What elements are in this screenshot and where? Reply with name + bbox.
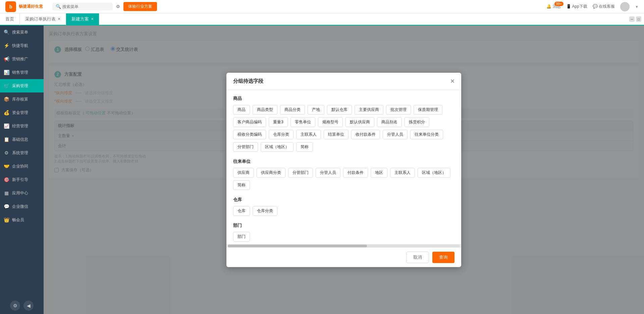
tag-product-24[interactable]: 简称 [296,142,313,152]
member-icon: 👑 [3,217,9,223]
maximize-btn[interactable]: □ [636,16,641,22]
tab-new-plan[interactable]: 新建方案 ✕ [66,13,99,25]
modal-horizontal-scrollbar[interactable] [226,244,461,247]
notification-area[interactable]: 🔔 99+ 消息 [546,4,560,9]
tag-product-3[interactable]: 产地 [308,105,324,115]
service-icon: 💬 [593,4,598,9]
tag-product-17[interactable]: 主联系人 [296,130,321,139]
tag-product-20[interactable]: 分管人员 [383,130,408,139]
section-department-tags: 部门 [233,232,454,242]
tag-partner-6[interactable]: 主联系人 [390,168,415,178]
tag-product-21[interactable]: 往来单位分类 [410,130,443,139]
tag-product-13[interactable]: 商品别名 [377,117,402,127]
online-service[interactable]: 💬 在线客服 [593,4,615,9]
tag-warehouse-0[interactable]: 仓库 [233,206,250,216]
modal: 分组待选字段 ✕ 商品 商品 商品类型 商品分类 产地 默认仓库 主要供应商 [226,73,461,267]
tag-product-10[interactable]: 零售单位 [290,117,315,127]
tag-product-2[interactable]: 商品分类 [280,105,305,115]
tab-purchase-order[interactable]: 采购订单执行表 ✕ [20,13,66,25]
sidebar-item-basic-info[interactable]: 📋 基础信息 [0,133,44,146]
download-icon: 📱 [566,4,571,9]
tag-product-8[interactable]: 客户商品编码 [233,117,266,127]
tag-product-1[interactable]: 商品类型 [253,105,277,115]
sidebar-item-finance[interactable]: 💰 资金管理 [0,106,44,119]
settings-bottom-icon[interactable]: ⚙ [10,301,20,311]
collapse-icon[interactable]: ◀ [23,301,34,311]
tag-product-15[interactable]: 税收分类编码 [233,130,266,139]
content-area: 采购订单执行表方案设置 1 选择模板 汇总表 交叉统计表 2 方案配置 汇总维度… [44,25,644,314]
tag-product-6[interactable]: 批次管理 [386,105,411,115]
tab-home[interactable]: 首页 [0,13,20,25]
section-product-tags: 商品 商品类型 商品分类 产地 默认仓库 主要供应商 批次管理 保质期管理 客户… [233,105,454,152]
tag-product-19[interactable]: 收付款条件 [351,130,380,139]
tag-department-0[interactable]: 部门 [233,232,250,242]
sidebar-item-search[interactable]: 🔍 搜索菜单 [0,25,44,39]
tag-product-14[interactable]: 拣货积分 [405,117,429,127]
tag-product-12[interactable]: 默认供应商 [345,117,374,127]
sidebar-item-inventory[interactable]: 📦 库存核算 [0,92,44,106]
tag-partner-3[interactable]: 分管人员 [316,168,340,178]
tag-product-22[interactable]: 分管部门 [233,142,258,152]
tag-product-11[interactable]: 规格型号 [318,117,343,127]
tag-partner-7[interactable]: 区域（地区） [418,168,450,178]
scroll-thumb[interactable] [228,245,367,247]
sidebar-item-sales[interactable]: 📊 销售管理 [0,66,44,79]
app-download[interactable]: 📱 App下载 [566,4,587,9]
panel-controls: ─ □ [629,16,641,22]
section-partner-tags: 供应商 供应商分类 分管部门 分管人员 付款条件 地区 主联系人 区域（地区） … [233,168,454,190]
user-name: ▼ [635,5,639,9]
trial-btn[interactable]: 体验行业方案 [123,2,157,11]
cancel-button[interactable]: 取消 [406,252,429,263]
top-right: 🔔 99+ 消息 📱 App下载 💬 在线客服 ▼ [546,2,639,11]
notification-icon: 🔔 [546,4,551,9]
scroll-track [228,245,460,247]
user-avatar[interactable] [620,2,630,11]
sidebar-item-collaboration[interactable]: 🤝 企业协同 [0,160,44,173]
sidebar-item-member[interactable]: 👑 畅会员 [0,213,44,227]
confirm-button[interactable]: 查询 [432,252,454,263]
sales-icon: 📊 [3,69,9,75]
minimize-btn[interactable]: ─ [629,16,635,22]
tag-product-9[interactable]: 重量3 [269,117,288,127]
sidebar-item-system[interactable]: ⚙ 系统管理 [0,146,44,160]
logo-text: 畅捷通好生意 [19,4,43,9]
marketing-icon: 📢 [3,56,9,62]
tag-product-0[interactable]: 商品 [233,105,250,115]
tag-partner-4[interactable]: 付款条件 [343,168,368,178]
sidebar-item-wechat[interactable]: 💬 企业微信 [0,200,44,213]
purchase-icon: 🛒 [3,83,9,89]
tag-product-7[interactable]: 保质期管理 [414,105,442,115]
tab-close-purchase[interactable]: ✕ [58,13,60,25]
main-layout: 🔍 搜索菜单 ⚡ 快捷导航 📢 营销推广 📊 销售管理 🛒 采购管理 📦 库存核… [0,25,644,314]
tag-partner-0[interactable]: 供应商 [233,168,254,178]
sidebar-item-guide[interactable]: 🎯 新手引导 [0,173,44,186]
tag-partner-5[interactable]: 地区 [371,168,387,178]
section-product: 商品 商品 商品类型 商品分类 产地 默认仓库 主要供应商 批次管理 保质期管理… [233,96,454,152]
collaboration-icon: 🤝 [3,163,9,169]
operations-icon: 📈 [3,123,9,129]
sidebar-item-app-center[interactable]: ▦ 应用中心 [0,186,44,200]
guide-icon: 🎯 [3,177,9,183]
tab-close-new-plan[interactable]: ✕ [91,13,94,25]
tag-partner-2[interactable]: 分管部门 [288,168,313,178]
sidebar-item-marketing[interactable]: 📢 营销推广 [0,52,44,66]
logo-area: b 畅捷通好生意 [5,1,49,12]
basic-info-icon: 📋 [3,136,9,142]
modal-close-btn[interactable]: ✕ [450,78,454,84]
wechat-icon: 💬 [3,203,9,209]
tag-product-16[interactable]: 仓库分类 [269,130,293,139]
sidebar-item-purchase[interactable]: 🛒 采购管理 [0,79,44,92]
tag-product-5[interactable]: 主要供应商 [355,105,383,115]
modal-body: 商品 商品 商品类型 商品分类 产地 默认仓库 主要供应商 批次管理 保质期管理… [226,90,461,244]
tag-partner-8[interactable]: 简称 [233,180,250,190]
search-input[interactable] [62,4,103,9]
sidebar-item-operations[interactable]: 📈 经营管理 [0,119,44,133]
settings-icon[interactable]: ⚙ [116,4,120,9]
search-bar[interactable]: 🔍 [52,3,113,10]
tag-product-23[interactable]: 区域（地区） [261,142,293,152]
tag-warehouse-1[interactable]: 仓库分类 [253,206,277,216]
tag-partner-1[interactable]: 供应商分类 [257,168,285,178]
sidebar-item-quick-nav[interactable]: ⚡ 快捷导航 [0,39,44,52]
tag-product-4[interactable]: 默认仓库 [327,105,352,115]
tag-product-18[interactable]: 结算单位 [324,130,348,139]
